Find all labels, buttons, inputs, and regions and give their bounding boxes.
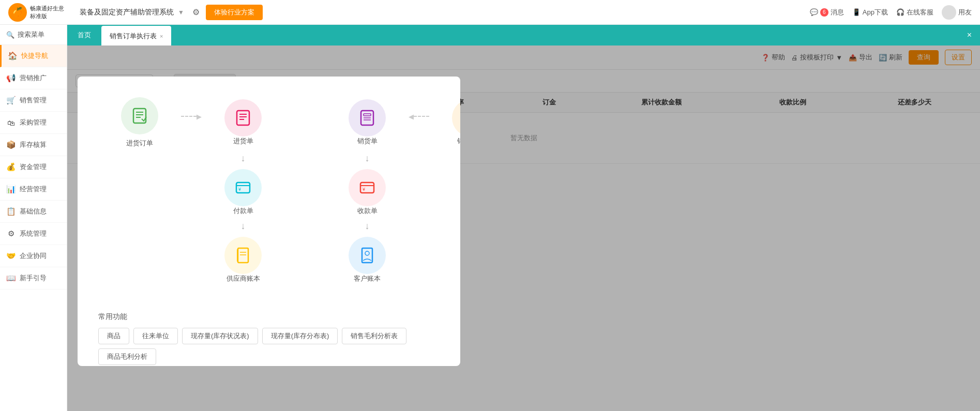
- logo-line1: 畅康通好生意: [30, 5, 64, 12]
- flow-arrows-down: ↓ ↓: [98, 153, 440, 164]
- main-content: ❓ 帮助 🖨 按模板打印 ▼ 📤 导出: [67, 45, 980, 411]
- quick-nav-modal: 进货订单 ▶: [78, 77, 460, 366]
- sidebar-item-enterprise[interactable]: 🤝 企业协同: [0, 245, 67, 267]
- sidebar-item-system[interactable]: ⚙ 系统管理: [0, 223, 67, 245]
- system-title: 装备及固定资产辅助管理系统 ▼ ⚙: [80, 7, 200, 17]
- sales-bill-icon: [349, 99, 386, 136]
- supplier-ledger-node[interactable]: 供应商账本: [202, 232, 284, 288]
- func-btn-partner[interactable]: 往来单位: [133, 328, 178, 344]
- flow-row2: ¥ 付款单 ¥ 收款单: [98, 164, 440, 221]
- sales-bill-label: 销货单: [357, 136, 378, 146]
- func-btn-product[interactable]: 商品: [98, 328, 129, 344]
- svg-text:¥: ¥: [362, 187, 366, 192]
- func-btn-stock-dist[interactable]: 现存量(库存分布表): [262, 328, 338, 344]
- message-btn[interactable]: 💬 6 消息: [810, 8, 844, 17]
- search-icon: 🔍: [6, 31, 14, 39]
- sidebar-item-operation[interactable]: 📊 经营管理: [0, 178, 67, 201]
- app-download-label: App下载: [863, 8, 888, 17]
- svg-rect-4: [237, 111, 249, 125]
- sidebar-item-basic[interactable]: 📋 基础信息: [0, 201, 67, 223]
- purchase-order-icon: [121, 97, 158, 134]
- sidebar-item-inventory[interactable]: 📦 库存核算: [0, 134, 67, 156]
- sales-order-node[interactable]: 销售订单: [429, 94, 460, 151]
- sidebar-label-marketing: 营销推广: [20, 73, 47, 83]
- online-service-label: 在线客服: [907, 8, 933, 17]
- arrow-down-supplier: ↓: [202, 221, 284, 232]
- sidebar-item-marketing[interactable]: 📢 营销推广: [0, 67, 67, 89]
- func-btn-stock-status[interactable]: 现存量(库存状况表): [182, 328, 258, 344]
- purchase-order-node[interactable]: 进货订单: [98, 92, 181, 153]
- svg-point-27: [365, 251, 369, 255]
- sales-icon: 🛒: [6, 96, 16, 105]
- sales-bill-node[interactable]: 销货单: [326, 94, 409, 151]
- payment-bill-node[interactable]: ¥ 付款单: [202, 164, 284, 221]
- customer-ledger-label: 客户账本: [354, 274, 381, 283]
- newbie-icon: 📖: [6, 273, 16, 283]
- arrow-down-customer: ↓: [326, 221, 409, 232]
- arrow2: ◀: [409, 113, 429, 133]
- func-btn-product-profit[interactable]: 商品毛利分析: [98, 348, 156, 365]
- operation-icon: 📊: [6, 185, 16, 194]
- receipt-bill-icon: ¥: [349, 169, 386, 206]
- modal-overlay: 进货订单 ▶: [67, 45, 980, 411]
- sidebar-item-quick-nav[interactable]: 🏠 快捷导航: [0, 45, 67, 67]
- logo-text: 畅康通好生意 标准版: [30, 5, 64, 20]
- app-download-btn[interactable]: 📱 App下载: [852, 8, 888, 17]
- sidebar-item-sales[interactable]: 🛒 销售管理: [0, 89, 67, 112]
- dropdown-arrow-icon[interactable]: ▼: [178, 9, 184, 16]
- headset-icon: 🎧: [896, 8, 904, 16]
- flow-arrows-down2: ↓ ↓: [98, 221, 440, 232]
- svg-rect-23: [237, 249, 238, 262]
- logo-area: 🍊 畅康通好生意 标准版: [8, 3, 76, 22]
- modal-content: 进货订单 ▶: [78, 77, 460, 312]
- top-right: 💬 6 消息 📱 App下载 🎧 在线客服 用友: [810, 5, 972, 20]
- tab-bar: 首页 销售订单执行表 × ×: [67, 25, 980, 45]
- tab-close-right-icon[interactable]: ×: [959, 31, 980, 40]
- enterprise-icon: 🤝: [6, 251, 16, 261]
- purchase-bill-label: 进货单: [233, 136, 253, 146]
- top-bar: 🍊 畅康通好生意 标准版 装备及固定资产辅助管理系统 ▼ ⚙ 体验行业方案 💬 …: [0, 0, 980, 25]
- system-icon: ⚙: [6, 229, 16, 238]
- search-menu[interactable]: 🔍 搜索菜单: [0, 25, 67, 45]
- content-area: 首页 销售订单执行表 × × ❓ 帮助: [67, 25, 980, 411]
- avatar: [942, 5, 956, 20]
- sidebar-item-newbie[interactable]: 📖 新手引导: [0, 267, 67, 290]
- message-label: 消息: [831, 8, 844, 17]
- sidebar-item-purchase[interactable]: 🛍 采购管理: [0, 112, 67, 134]
- payment-bill-icon: ¥: [224, 169, 262, 206]
- sidebar-label-purchase: 采购管理: [20, 118, 47, 127]
- sidebar: 🔍 搜索菜单 🏠 快捷导航 📢 营销推广 🛒 销售管理 🛍 采购管理 📦: [0, 25, 67, 411]
- purchase-order-label: 进货订单: [126, 139, 153, 148]
- common-funcs: 常用功能 商品 往来单位 现存量(库存状况表) 现存量(库存分布表) 销售毛利分…: [78, 312, 460, 366]
- message-badge: 6: [820, 8, 828, 17]
- finance-icon: 💰: [6, 162, 16, 172]
- main-area: 🔍 搜索菜单 🏠 快捷导航 📢 营销推广 🛒 销售管理 🛍 采购管理 📦: [0, 25, 980, 411]
- receipt-bill-label: 收款单: [357, 206, 378, 216]
- sidebar-label-basic: 基础信息: [20, 207, 47, 216]
- sidebar-label-operation: 经营管理: [20, 185, 47, 194]
- tab-sales-order[interactable]: 销售订单执行表 ×: [101, 26, 171, 47]
- tab-close-icon[interactable]: ×: [160, 33, 163, 39]
- experience-btn[interactable]: 体验行业方案: [206, 5, 263, 20]
- func-btn-sales-profit[interactable]: 销售毛利分析表: [342, 328, 406, 344]
- user-menu[interactable]: 用友: [942, 5, 972, 20]
- home-icon: 🏠: [8, 51, 17, 60]
- purchase-bill-node[interactable]: 进货单: [202, 94, 284, 151]
- tab-sales-order-label: 销售订单执行表: [110, 32, 157, 41]
- online-service-btn[interactable]: 🎧 在线客服: [896, 8, 933, 17]
- settings-icon[interactable]: ⚙: [192, 7, 200, 17]
- message-icon: 💬: [810, 8, 818, 16]
- search-menu-label: 搜索菜单: [18, 30, 44, 39]
- sidebar-item-finance[interactable]: 💰 资金管理: [0, 156, 67, 178]
- supplier-ledger-icon: [224, 237, 262, 274]
- purchase-bill-icon: [224, 99, 262, 136]
- receipt-bill-node[interactable]: ¥ 收款单: [326, 164, 409, 221]
- sidebar-label-finance: 资金管理: [20, 162, 47, 172]
- sidebar-label-enterprise: 企业协同: [20, 251, 47, 261]
- tab-home[interactable]: 首页: [67, 25, 101, 45]
- customer-ledger-node[interactable]: 客户账本: [326, 232, 409, 288]
- user-name: 用友: [958, 8, 972, 17]
- app-container: 🍊 畅康通好生意 标准版 装备及固定资产辅助管理系统 ▼ ⚙ 体验行业方案 💬 …: [0, 0, 980, 411]
- logo-line2: 标准版: [30, 12, 64, 20]
- purchase-icon: 🛍: [6, 118, 16, 127]
